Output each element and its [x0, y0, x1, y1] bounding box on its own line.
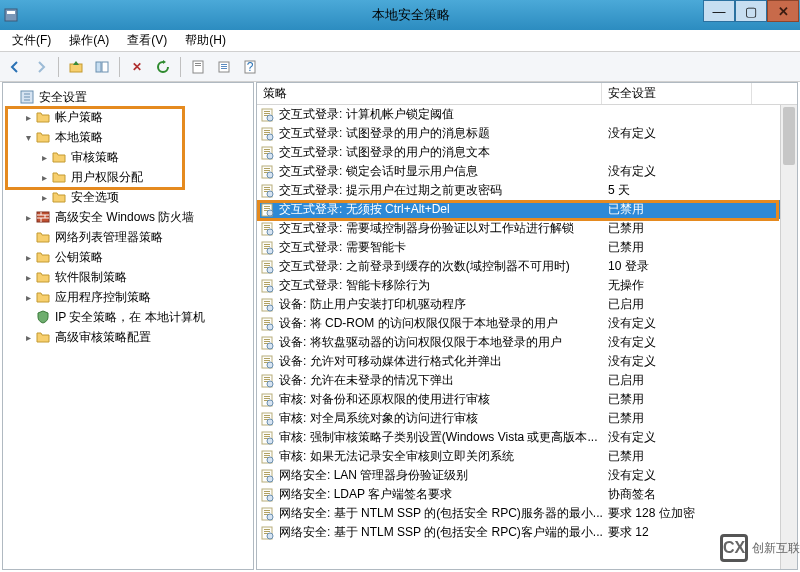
menu-action[interactable]: 操作(A)	[61, 30, 117, 51]
tree-item-label: 软件限制策略	[55, 269, 127, 286]
expander-icon[interactable]: ▾	[21, 132, 35, 143]
menu-view[interactable]: 查看(V)	[119, 30, 175, 51]
policy-icon	[259, 164, 275, 180]
policy-row[interactable]: 交互式登录: 无须按 Ctrl+Alt+Del已禁用	[257, 200, 797, 219]
tree-item[interactable]: ▸用户权限分配	[5, 167, 251, 187]
policy-row[interactable]: 审核: 对备份和还原权限的使用进行审核已禁用	[257, 390, 797, 409]
policy-value-cell: 无操作	[602, 277, 752, 294]
expander-icon[interactable]: ▸	[21, 112, 35, 123]
scrollbar-thumb[interactable]	[783, 107, 795, 165]
expander-icon[interactable]: ▸	[37, 172, 51, 183]
policy-row[interactable]: 网络安全: LAN 管理器身份验证级别没有定义	[257, 466, 797, 485]
svg-rect-33	[264, 170, 270, 171]
policy-row[interactable]: 设备: 将 CD-ROM 的访问权限仅限于本地登录的用户没有定义	[257, 314, 797, 333]
policy-row[interactable]: 审核: 强制审核策略子类别设置(Windows Vista 或更高版本...没有…	[257, 428, 797, 447]
export-button[interactable]	[187, 56, 209, 78]
svg-rect-128	[264, 531, 270, 532]
maximize-button[interactable]: ▢	[735, 0, 767, 22]
policy-name-cell: 网络安全: LAN 管理器身份验证级别	[257, 467, 602, 484]
column-header-name[interactable]: 策略	[257, 83, 602, 104]
policy-row[interactable]: 交互式登录: 提示用户在过期之前更改密码5 天	[257, 181, 797, 200]
policy-row[interactable]: 网络安全: 基于 NTLM SSP 的(包括安全 RPC)服务器的最小...要求…	[257, 504, 797, 523]
policy-row[interactable]: 交互式登录: 需要智能卡已禁用	[257, 238, 797, 257]
expander-icon[interactable]: ▸	[21, 252, 35, 263]
tree-item[interactable]: ▸审核策略	[5, 147, 251, 167]
policy-row[interactable]: 审核: 如果无法记录安全审核则立即关闭系统已禁用	[257, 447, 797, 466]
policy-icon	[259, 145, 275, 161]
tree-item[interactable]: ▸高级安全 Windows 防火墙	[5, 207, 251, 227]
policy-row[interactable]: 交互式登录: 试图登录的用户的消息文本	[257, 143, 797, 162]
svg-rect-43	[264, 208, 270, 209]
policy-row[interactable]: 网络安全: 基于 NTLM SSP 的(包括安全 RPC)客户端的最小...要求…	[257, 523, 797, 542]
expander-icon[interactable]: ▸	[21, 212, 35, 223]
tree-root[interactable]: 安全设置	[5, 87, 251, 107]
system-menu-icon[interactable]	[0, 0, 22, 30]
show-hide-button[interactable]	[91, 56, 113, 78]
tree-item[interactable]: ▸公钥策略	[5, 247, 251, 267]
tree-item[interactable]: 网络列表管理器策略	[5, 227, 251, 247]
policy-icon	[259, 354, 275, 370]
svg-rect-38	[264, 189, 270, 190]
expander-icon[interactable]: ▸	[21, 272, 35, 283]
policy-row[interactable]: 设备: 防止用户安装打印机驱动程序已启用	[257, 295, 797, 314]
policy-row[interactable]: 交互式登录: 需要域控制器身份验证以对工作站进行解锁已禁用	[257, 219, 797, 238]
tree-item[interactable]: IP 安全策略，在 本地计算机	[5, 307, 251, 327]
forward-button[interactable]	[30, 56, 52, 78]
svg-rect-67	[264, 301, 270, 302]
policy-row[interactable]: 设备: 允许在未登录的情况下弹出已启用	[257, 371, 797, 390]
expander-icon[interactable]: ▸	[21, 292, 35, 303]
policy-row[interactable]: 设备: 允许对可移动媒体进行格式化并弹出没有定义	[257, 352, 797, 371]
policy-name: 审核: 强制审核策略子类别设置(Windows Vista 或更高版本...	[279, 429, 597, 446]
tree-root-label: 安全设置	[39, 89, 87, 106]
svg-rect-7	[195, 65, 201, 66]
policy-name-cell: 交互式登录: 试图登录的用户的消息标题	[257, 125, 602, 142]
svg-rect-47	[264, 225, 270, 226]
help-button[interactable]: ?	[239, 56, 261, 78]
delete-button[interactable]: ✕	[126, 56, 148, 78]
tree-item[interactable]: ▸安全选项	[5, 187, 251, 207]
tree-item[interactable]: ▸软件限制策略	[5, 267, 251, 287]
svg-point-95	[267, 400, 273, 406]
toolbar: ✕ ?	[0, 52, 800, 82]
policy-row[interactable]: 交互式登录: 锁定会话时显示用户信息没有定义	[257, 162, 797, 181]
column-header-value[interactable]: 安全设置	[602, 83, 752, 104]
scrollbar[interactable]	[780, 105, 797, 569]
policy-name-cell: 交互式登录: 之前登录到缓存的次数(域控制器不可用时)	[257, 258, 602, 275]
policy-row[interactable]: 交互式登录: 试图登录的用户的消息标题没有定义	[257, 124, 797, 143]
policy-row[interactable]: 审核: 对全局系统对象的访问进行审核已禁用	[257, 409, 797, 428]
refresh-button[interactable]	[152, 56, 174, 78]
up-folder-button[interactable]	[65, 56, 87, 78]
svg-rect-11	[221, 68, 227, 69]
properties-button[interactable]	[213, 56, 235, 78]
svg-rect-102	[264, 434, 270, 435]
menubar: 文件(F) 操作(A) 查看(V) 帮助(H)	[0, 30, 800, 52]
tree-item-label: 网络列表管理器策略	[55, 229, 163, 246]
close-button[interactable]: ✕	[767, 0, 799, 22]
list-body[interactable]: 交互式登录: 计算机帐户锁定阈值交互式登录: 试图登录的用户的消息标题没有定义交…	[257, 105, 797, 569]
tree-item[interactable]: ▾本地策略	[5, 127, 251, 147]
tree-pane[interactable]: 安全设置 ▸帐户策略▾本地策略▸审核策略▸用户权限分配▸安全选项▸高级安全 Wi…	[2, 82, 254, 570]
policy-row[interactable]: 设备: 将软盘驱动器的访问权限仅限于本地登录的用户没有定义	[257, 333, 797, 352]
policy-value-cell: 协商签名	[602, 486, 752, 503]
policy-row[interactable]: 网络安全: LDAP 客户端签名要求协商签名	[257, 485, 797, 504]
tree-item[interactable]: ▸应用程序控制策略	[5, 287, 251, 307]
expander-icon[interactable]: ▸	[37, 152, 51, 163]
svg-point-90	[267, 381, 273, 387]
svg-rect-28	[264, 151, 270, 152]
policy-name: 交互式登录: 试图登录的用户的消息文本	[279, 144, 490, 161]
policy-row[interactable]: 交互式登录: 智能卡移除行为无操作	[257, 276, 797, 295]
policy-name: 交互式登录: 锁定会话时显示用户信息	[279, 163, 478, 180]
minimize-button[interactable]: —	[703, 0, 735, 22]
policy-name-cell: 交互式登录: 无须按 Ctrl+Alt+Del	[257, 201, 602, 218]
tree-item[interactable]: ▸高级审核策略配置	[5, 327, 251, 347]
policy-row[interactable]: 交互式登录: 之前登录到缓存的次数(域控制器不可用时)10 登录	[257, 257, 797, 276]
expander-icon[interactable]: ▸	[37, 192, 51, 203]
svg-point-125	[267, 514, 273, 520]
expander-icon[interactable]: ▸	[21, 332, 35, 343]
menu-help[interactable]: 帮助(H)	[177, 30, 234, 51]
back-button[interactable]	[4, 56, 26, 78]
menu-file[interactable]: 文件(F)	[4, 30, 59, 51]
policy-icon	[259, 297, 275, 313]
tree-item[interactable]: ▸帐户策略	[5, 107, 251, 127]
policy-row[interactable]: 交互式登录: 计算机帐户锁定阈值	[257, 105, 797, 124]
